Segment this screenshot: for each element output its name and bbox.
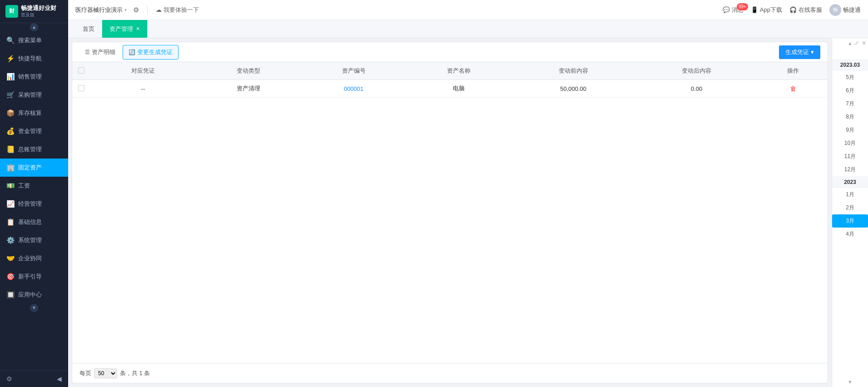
th-checkbox (72, 62, 90, 80)
sidebar-scroll-up[interactable]: ▲ (30, 23, 38, 31)
calendar-scroll-down[interactable]: ▼ (832, 377, 868, 387)
sidebar-item-label-purchase: 采购管理 (18, 91, 42, 99)
support-button[interactable]: 🎧 在线客服 (789, 6, 822, 14)
sidebar: 财 畅捷通好业财 普及版 ▲ 🔍搜索菜单⚡快捷导航📊销售管理🛒采购管理📦库存核算… (0, 0, 68, 387)
sidebar-item-collab[interactable]: 🤝企业协同 (0, 249, 68, 268)
per-page-label: 每页 (79, 369, 91, 377)
calendar-close-icon[interactable]: ✕ (862, 40, 866, 46)
sidebar-item-funds[interactable]: 💰资金管理 (0, 122, 68, 140)
app-label: App下载 (760, 6, 782, 14)
tab-home[interactable]: 首页 (75, 20, 102, 38)
sidebar-item-basic-info[interactable]: 📋基础信息 (0, 213, 68, 231)
th-after: 变动后内容 (635, 62, 759, 80)
subtabs: ☰ 资产明细 🔄 变更生成凭证 生成凭证 ▾ (72, 42, 828, 62)
sidebar-item-purchase[interactable]: 🛒采购管理 (0, 86, 68, 104)
row-before: 50,000.00 (511, 80, 635, 98)
company-selector[interactable]: 医疗器械行业演示 ▾ (75, 6, 127, 14)
subtab-change-voucher-label: 变更生成凭证 (137, 48, 173, 56)
tab-asset-mgmt[interactable]: 资产管理 ✕ (102, 20, 148, 38)
tab-home-label: 首页 (83, 25, 94, 33)
app-download-button[interactable]: 📱 App下载 (751, 6, 782, 14)
sidebar-item-quick-nav[interactable]: ⚡快捷导航 (0, 50, 68, 68)
calendar-month-3-active[interactable]: 3月 (832, 214, 868, 228)
sidebar-item-operations[interactable]: 📈经营管理 (0, 195, 68, 213)
sidebar-logo: 财 畅捷通好业财 普及版 (0, 0, 68, 23)
generate-voucher-chevron-icon: ▾ (811, 49, 814, 55)
sidebar-item-ledger[interactable]: 📒总账管理 (0, 140, 68, 159)
company-chevron-icon: ▾ (124, 7, 127, 12)
settings-icon[interactable]: ⚙ (6, 375, 12, 382)
asset-table: 对应凭证 变动类型 资产编号 资产名称 变动前内容 变动后内容 操作 -- (72, 62, 828, 98)
messages-button[interactable]: 💬 消息 99+ (723, 6, 744, 14)
calendar-month-5[interactable]: 5月 (832, 71, 868, 84)
calendar-month-12[interactable]: 12月 (832, 163, 868, 176)
sidebar-item-app-center[interactable]: 🔲应用中心 (0, 286, 68, 304)
calendar-expand-icon[interactable]: ⤢ (854, 40, 859, 46)
company-name: 医疗器械行业演示 (75, 6, 123, 14)
calendar-month-10[interactable]: 10月 (832, 137, 868, 150)
sidebar-item-payroll[interactable]: 💵工资 (0, 177, 68, 195)
calendar-month-4[interactable]: 4月 (832, 228, 868, 241)
calendar-items: 2023.03 5月 6月 7月 8月 9月 10月 11月 12月 2023 … (832, 48, 868, 377)
calendar-month-2[interactable]: 2月 (832, 201, 868, 214)
row-checkbox[interactable] (78, 85, 84, 91)
sidebar-item-label-search: 搜索菜单 (18, 36, 42, 45)
messages-icon: 💬 (723, 6, 730, 13)
calendar-month-6[interactable]: 6月 (832, 84, 868, 97)
row-asset-code: 000001 (301, 80, 407, 98)
operations-icon: 📈 (6, 200, 15, 208)
th-voucher: 对应凭证 (90, 62, 196, 80)
basic-info-icon: 📋 (6, 218, 15, 226)
user-menu[interactable]: 畅 畅捷通 (829, 4, 861, 16)
change-voucher-icon: 🔄 (129, 49, 135, 55)
sidebar-scroll: ▲ 🔍搜索菜单⚡快捷导航📊销售管理🛒采购管理📦库存核算💰资金管理📒总账管理🏢固定… (0, 23, 68, 370)
row-action: 🗑 (758, 80, 828, 98)
delete-row-button[interactable]: 🗑 (790, 85, 796, 92)
table-row: -- 资产清理 000001 电脑 50,000.00 0.00 🗑 (72, 80, 828, 98)
generate-voucher-button[interactable]: 生成凭证 ▾ (779, 45, 820, 59)
calendar-month-8[interactable]: 8月 (832, 110, 868, 124)
funds-icon: 💰 (6, 127, 15, 135)
topbar-divider (147, 5, 148, 15)
collapse-icon[interactable]: ◀ (57, 375, 62, 382)
calendar-month-7[interactable]: 7月 (832, 97, 868, 110)
experience-cloud-icon: ☁ (156, 6, 162, 13)
sys-admin-icon: ⚙️ (6, 236, 15, 244)
content-area: ☰ 资产明细 🔄 变更生成凭证 生成凭证 ▾ (68, 38, 868, 387)
support-label: 在线客服 (799, 6, 822, 14)
table-container: 对应凭证 变动类型 资产编号 资产名称 变动前内容 变动后内容 操作 -- (72, 62, 828, 363)
topbar-right: 💬 消息 99+ 📱 App下载 🎧 在线客服 畅 畅捷通 (723, 4, 861, 16)
main-panel: ☰ 资产明细 🔄 变更生成凭证 生成凭证 ▾ (72, 42, 828, 383)
sidebar-item-inventory[interactable]: 📦库存核算 (0, 104, 68, 122)
calendar-year-header: 2023.03 (832, 59, 868, 71)
sidebar-item-guide[interactable]: 🎯新手引导 (0, 268, 68, 286)
app-center-icon: 🔲 (6, 291, 15, 299)
per-page-select[interactable]: 10 20 50 100 (94, 368, 117, 378)
topbar-gear-icon[interactable]: ⚙ (133, 6, 139, 14)
sidebar-item-search[interactable]: 🔍搜索菜单 (0, 31, 68, 50)
pagination: 每页 10 20 50 100 条，共 1 条 (72, 363, 828, 383)
row-after: 0.00 (635, 80, 759, 98)
row-change-type: 资产清理 (196, 80, 301, 98)
sidebar-scroll-down[interactable]: ▼ (30, 304, 38, 312)
sidebar-item-label-basic-info: 基础信息 (18, 218, 42, 226)
subtab-asset-detail[interactable]: ☰ 资产明细 (79, 45, 121, 59)
sidebar-item-label-funds: 资金管理 (18, 127, 42, 135)
calendar-month-9[interactable]: 9月 (832, 124, 868, 137)
calendar-month-11[interactable]: 11月 (832, 150, 868, 163)
row-asset-name: 电脑 (407, 80, 512, 98)
sidebar-item-sales[interactable]: 📊销售管理 (0, 68, 68, 86)
th-action: 操作 (758, 62, 828, 80)
experience-button[interactable]: ☁ 我要体验一下 (156, 6, 199, 14)
inventory-icon: 📦 (6, 109, 15, 117)
tab-asset-mgmt-close-icon[interactable]: ✕ (136, 26, 140, 32)
topbar: 医疗器械行业演示 ▾ ⚙ ☁ 我要体验一下 💬 消息 99+ 📱 App下载 🎧… (68, 0, 868, 20)
calendar-month-1[interactable]: 1月 (832, 188, 868, 201)
subtab-change-voucher[interactable]: 🔄 变更生成凭证 (123, 45, 179, 60)
th-before: 变动前内容 (511, 62, 635, 80)
sidebar-item-label-sales: 销售管理 (18, 73, 42, 81)
payroll-icon: 💵 (6, 182, 15, 190)
sidebar-item-fixed-assets[interactable]: 🏢固定资产 (0, 159, 68, 177)
select-all-checkbox[interactable] (78, 67, 84, 74)
sidebar-item-sys-admin[interactable]: ⚙️系统管理 (0, 231, 68, 249)
